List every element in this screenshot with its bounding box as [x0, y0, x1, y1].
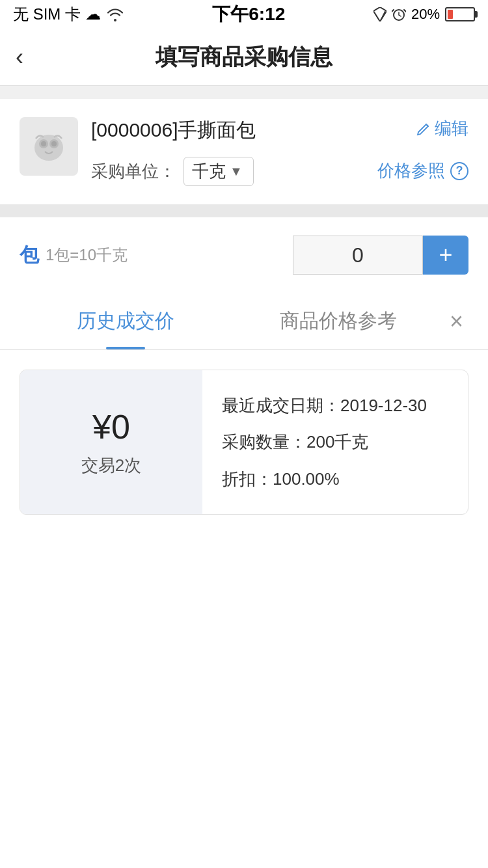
- product-card: [0000006]手撕面包 采购单位： 千克 ▼ 编辑: [0, 99, 488, 204]
- tab-price-ref-label: 商品价格参考: [280, 308, 397, 334]
- quantity-row: 包 1包=10千克 0 +: [0, 217, 488, 293]
- product-name: [0000006]手撕面包: [91, 117, 256, 144]
- tab-price-reference[interactable]: 商品价格参考: [232, 293, 444, 349]
- quantity-plus-button[interactable]: +: [423, 236, 468, 275]
- battery-icon: [445, 7, 475, 21]
- alarm-icon: [392, 7, 406, 21]
- back-button[interactable]: ‹: [16, 44, 23, 71]
- purchase-quantity-row: 采购数量：200千克: [222, 430, 448, 454]
- discount-label: 折扣：: [222, 469, 273, 489]
- recent-date-row: 最近成交日期：2019-12-30: [222, 394, 448, 417]
- edit-button[interactable]: 编辑: [416, 117, 468, 140]
- tab-history-label: 历史成交价: [77, 308, 174, 334]
- history-content: ¥0 交易2次 最近成交日期：2019-12-30 采购数量：200千克 折扣：…: [0, 350, 488, 610]
- battery-fill: [448, 10, 453, 19]
- quantity-input[interactable]: 0: [293, 236, 423, 275]
- price-yen-symbol: ¥: [92, 408, 111, 446]
- recent-date-label: 最近成交日期：: [222, 396, 340, 415]
- page-title: 填写商品采购信息: [156, 42, 332, 72]
- history-price-value: ¥0: [92, 407, 130, 446]
- price-ref-button[interactable]: 价格参照 ?: [377, 159, 468, 182]
- section-divider: [0, 204, 488, 217]
- nav-bar: ‹ 填写商品采购信息: [0, 29, 488, 86]
- product-thumbnail: [29, 127, 68, 166]
- price-number: 0: [111, 408, 130, 446]
- history-price-column: ¥0 交易2次: [20, 370, 202, 514]
- package-unit-icon: 包: [20, 242, 39, 269]
- edit-label: 编辑: [435, 117, 468, 140]
- unit-label: 采购单位：: [91, 160, 176, 183]
- product-unit-row: 采购单位： 千克 ▼: [91, 157, 256, 186]
- location-icon: [373, 7, 386, 21]
- product-left: [0000006]手撕面包 采购单位： 千克 ▼: [20, 117, 256, 186]
- quantity-label: 包 1包=10千克: [20, 242, 128, 269]
- quantity-controls: 0 +: [293, 236, 468, 275]
- battery-percent: 20%: [411, 6, 440, 23]
- quantity-detail-value: 200千克: [306, 432, 368, 452]
- history-card: ¥0 交易2次 最近成交日期：2019-12-30 采购数量：200千克 折扣：…: [20, 370, 468, 515]
- edit-icon: [416, 122, 431, 136]
- price-ref-label: 价格参照: [377, 159, 445, 182]
- svg-point-5: [51, 141, 57, 146]
- status-bar: 无 SIM 卡 ☁ 下午6:12 20%: [0, 0, 488, 29]
- tab-history-price[interactable]: 历史成交价: [20, 293, 232, 349]
- history-detail-column: 最近成交日期：2019-12-30 采购数量：200千克 折扣：100.00%: [202, 370, 468, 514]
- unit-select[interactable]: 千克 ▼: [183, 157, 254, 186]
- status-right: 20%: [373, 6, 475, 23]
- bottom-area: [0, 610, 488, 868]
- unit-value: 千克: [192, 160, 226, 183]
- discount-row: 折扣：100.00%: [222, 467, 448, 491]
- status-time: 下午6:12: [212, 2, 285, 27]
- wifi-icon: [106, 7, 124, 21]
- help-icon: ?: [450, 162, 468, 180]
- product-header: [0000006]手撕面包 采购单位： 千克 ▼ 编辑: [20, 117, 468, 186]
- history-trade-count: 交易2次: [81, 454, 141, 477]
- product-image: [20, 117, 78, 176]
- quantity-detail-label: 采购数量：: [222, 432, 306, 452]
- panel-section: 历史成交价 商品价格参考 × ¥0 交易2次 最近成交日期：2019-12-30: [0, 293, 488, 610]
- package-conversion: 1包=10千克: [46, 245, 128, 265]
- discount-value: 100.00%: [273, 469, 340, 489]
- recent-date-value: 2019-12-30: [340, 396, 427, 415]
- status-left: 无 SIM 卡 ☁: [13, 4, 124, 25]
- svg-point-1: [34, 135, 63, 161]
- product-info: [0000006]手撕面包 采购单位： 千克 ▼: [91, 117, 256, 186]
- tab-active-indicator: [106, 347, 145, 349]
- tabs-bar: 历史成交价 商品价格参考 ×: [0, 293, 488, 350]
- svg-point-4: [41, 141, 46, 146]
- close-button[interactable]: ×: [444, 303, 468, 340]
- dropdown-arrow-icon: ▼: [230, 164, 243, 179]
- product-actions: 编辑 价格参照 ?: [377, 117, 468, 182]
- sim-status: 无 SIM 卡 ☁: [13, 4, 101, 25]
